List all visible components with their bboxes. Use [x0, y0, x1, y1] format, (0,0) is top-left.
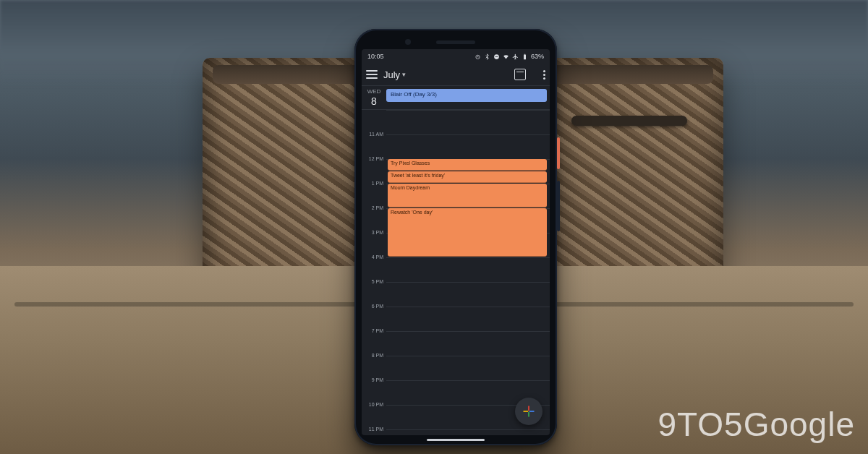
overflow-menu-icon[interactable]	[543, 70, 545, 80]
dnd-icon	[493, 53, 500, 60]
hour-line	[386, 429, 550, 430]
hour-label: 9 PM	[362, 377, 383, 382]
calendar-event[interactable]: Rewatch 'One day'	[388, 208, 547, 257]
wifi-icon	[503, 53, 509, 60]
bluetooth-icon	[484, 53, 490, 60]
menu-icon[interactable]	[366, 70, 378, 79]
all-day-event[interactable]: Blair Off (Day 3/3)	[386, 89, 547, 102]
hour-label: 11 PM	[362, 427, 383, 432]
watermark-text: 9TO5Google	[658, 405, 855, 444]
hour-label: 10 PM	[362, 402, 383, 407]
time-grid[interactable]: 11 AM12 PM1 PM2 PM3 PM4 PM5 PM6 PM7 PM8 …	[362, 110, 550, 435]
hour-line	[386, 331, 550, 332]
android-status-bar: 10:05 63%	[362, 49, 550, 64]
all-day-cell: Blair Off (Day 3/3)	[386, 86, 550, 109]
hour-line	[386, 307, 550, 307]
plus-icon	[522, 404, 536, 419]
hour-label: 8 PM	[362, 353, 383, 358]
phone-screen: 10:05 63%	[362, 49, 550, 435]
date-number: 8	[371, 95, 377, 107]
hour-line	[386, 110, 550, 111]
status-clock: 10:05	[367, 53, 384, 60]
svg-rect-2	[495, 56, 498, 57]
svg-rect-4	[524, 53, 526, 54]
front-camera	[405, 39, 411, 45]
earpiece-speaker	[436, 40, 475, 44]
svg-rect-8	[524, 411, 529, 412]
battery-percent: 63%	[531, 53, 544, 60]
hour-label: 12 PM	[362, 156, 383, 161]
calendar-event[interactable]: Try Pixel Glasses	[388, 159, 547, 171]
hour-label: 1 PM	[362, 181, 383, 186]
month-picker[interactable]: July ▾	[383, 69, 406, 80]
hour-label: 6 PM	[362, 304, 383, 309]
chevron-down-icon: ▾	[402, 71, 406, 78]
svg-rect-5	[528, 406, 529, 411]
volume-button	[557, 181, 560, 231]
day-header: WED 8 Blair Off (Day 3/3)	[362, 85, 550, 110]
svg-rect-6	[529, 411, 535, 412]
airplane-icon	[512, 53, 519, 60]
svg-rect-3	[524, 54, 526, 59]
svg-rect-7	[528, 412, 529, 417]
hour-label: 3 PM	[362, 230, 383, 235]
hour-label: 11 AM	[362, 132, 383, 137]
status-icons: 63%	[475, 53, 544, 60]
date-column[interactable]: WED 8	[362, 86, 386, 109]
pixel-phone-frame: 10:05 63%	[354, 29, 557, 445]
hour-label: 7 PM	[362, 328, 383, 333]
battery-icon	[522, 53, 528, 60]
hour-label: 4 PM	[362, 254, 383, 260]
hour-line	[386, 257, 550, 258]
weekday-label: WED	[367, 88, 381, 95]
hour-label: 2 PM	[362, 205, 383, 210]
calendar-event[interactable]: Tweet 'at least it's friday'	[388, 171, 547, 183]
hour-line	[386, 134, 550, 135]
calendar-event[interactable]: Mourn Daydream	[388, 184, 547, 207]
month-label: July	[383, 69, 400, 80]
hour-gutter: 11 AM12 PM1 PM2 PM3 PM4 PM5 PM6 PM7 PM8 …	[362, 110, 386, 435]
hour-label: 5 PM	[362, 279, 383, 284]
calendar-app-bar: July ▾	[362, 64, 550, 85]
create-event-fab[interactable]	[515, 398, 542, 425]
power-button	[557, 137, 560, 169]
alarm-icon	[475, 53, 481, 60]
hour-line	[386, 282, 550, 283]
basket-handle	[571, 116, 687, 126]
gesture-bar	[427, 439, 485, 441]
event-column[interactable]: Try Pixel GlassesTweet 'at least it's fr…	[386, 110, 550, 435]
hour-line	[386, 356, 550, 356]
today-icon[interactable]	[514, 69, 526, 80]
hour-line	[386, 380, 550, 381]
